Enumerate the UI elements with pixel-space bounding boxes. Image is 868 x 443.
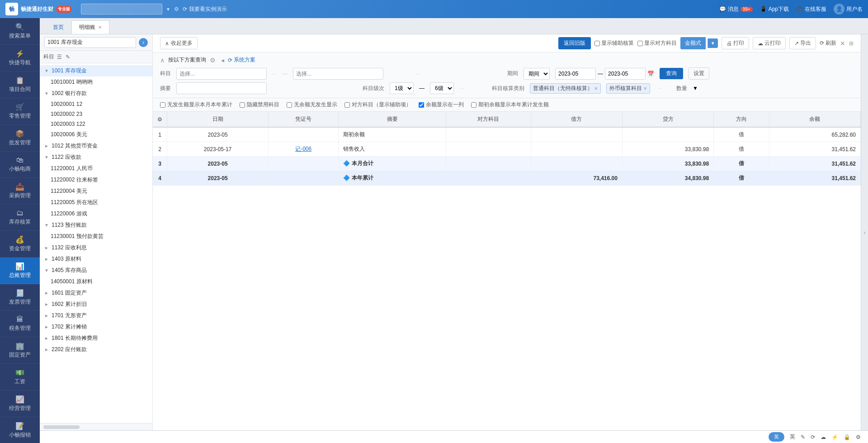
tree-item-1123[interactable]: ▼ 1123 预付账款 xyxy=(40,219,152,231)
tree-item-1701[interactable]: ► 1701 无形资产 xyxy=(40,310,152,321)
subject-input[interactable] xyxy=(176,68,267,80)
tab-ledger[interactable]: 明细账 ✕ xyxy=(71,20,109,34)
sidebar-item-quick-nav[interactable]: ⚡ 快捷导航 xyxy=(0,45,40,71)
print-button[interactable]: 🖨 打印 xyxy=(722,37,749,49)
bottom-action-3[interactable]: ☁ xyxy=(821,434,826,440)
user-profile[interactable]: 👤 用户名 xyxy=(834,4,863,14)
sidebar-item-assets[interactable]: 🏢 固定资产 xyxy=(0,337,40,364)
horizontal-scrollbar[interactable] xyxy=(43,425,80,429)
bottom-edit-icon[interactable]: 英 xyxy=(790,433,795,441)
account-selector[interactable]: 1001 库存现金 xyxy=(44,37,136,48)
period-end-input[interactable] xyxy=(605,68,646,80)
demo-link[interactable]: ⟳ 我要看实例演示 xyxy=(183,5,227,13)
sidebar-item-capital[interactable]: 💰 资金管理 xyxy=(0,231,40,257)
bottom-action-2[interactable]: ⟳ xyxy=(811,434,815,440)
sidebar-item-project[interactable]: 📋 项目合同 xyxy=(0,71,40,98)
sidebar-item-operations[interactable]: 📈 经营管理 xyxy=(0,391,40,417)
tab-home[interactable]: 首页 xyxy=(45,20,71,34)
tree-item-11220001[interactable]: 11220001 人民币 xyxy=(40,163,152,174)
tree-item-1601[interactable]: ► 1601 固定资产 xyxy=(40,287,152,299)
search-dropdown-icon[interactable]: ▼ xyxy=(166,7,170,12)
settings-button[interactable]: 设置 xyxy=(689,67,709,80)
bottom-action-4[interactable]: ⚡ xyxy=(831,434,838,440)
amount-mode-dropdown[interactable]: ▼ xyxy=(708,38,718,48)
sidebar-item-ledger[interactable]: 📊 总账管理 xyxy=(0,257,40,284)
tag-close-icon[interactable]: ✕ xyxy=(594,86,598,91)
tree-item-10020001[interactable]: 10020001 12 xyxy=(40,99,152,109)
tree-item-10020002[interactable]: 10020002 23 xyxy=(40,109,152,119)
tree-item-10020006[interactable]: 10020006 美元 xyxy=(40,129,152,140)
tree-item-11220005[interactable]: 11220005 所在地区 xyxy=(40,197,152,208)
tree-item-1602[interactable]: ► 1602 累计折旧 xyxy=(40,299,152,310)
level-start-select[interactable]: 1级 xyxy=(390,82,414,94)
settings-icon[interactable]: ⚙ xyxy=(174,6,179,12)
tree-item-11230001[interactable]: 11230001 预付款黄芸 xyxy=(40,231,152,242)
subject-end-input[interactable] xyxy=(293,68,383,80)
level-end-select[interactable]: 6级 xyxy=(430,82,454,94)
cloud-print-button[interactable]: ☁ 云打印 xyxy=(753,37,786,49)
tree-item-1002[interactable]: ▼ 1002 银行存款 xyxy=(40,88,152,99)
list-view-button[interactable]: ☰ xyxy=(56,53,63,61)
option-balance-one-col[interactable]: 余额显示在一列 xyxy=(419,101,464,109)
option-no-balance[interactable]: 无余额无发生显示 xyxy=(287,101,337,109)
tree-item-1012[interactable]: ► 1012 其他货币资金 xyxy=(40,140,152,152)
filter-collapse-arrow[interactable]: ◂ xyxy=(221,57,224,64)
lang-toggle-button[interactable]: 英 xyxy=(769,432,784,442)
option-opening-balance[interactable]: 期初余额显示本年累计发生额 xyxy=(471,101,549,109)
quantity-dropdown-icon[interactable]: ▼ xyxy=(693,85,698,91)
tree-item-1405[interactable]: ▼ 1405 库存商品 xyxy=(40,265,152,276)
bottom-action-5[interactable]: 🔒 xyxy=(844,434,850,440)
show-aux-checkbox[interactable]: 显示辅助核算 xyxy=(594,39,634,47)
bottom-action-1[interactable]: ✎ xyxy=(801,434,805,440)
sidebar-item-purchase[interactable]: 📥 采购管理 xyxy=(0,178,40,205)
tree-item-11220002[interactable]: 11220002 往来标签 xyxy=(40,174,152,186)
sidebar-item-invoice[interactable]: 🧾 发票管理 xyxy=(0,284,40,311)
tab-close-icon[interactable]: ✕ xyxy=(98,25,102,30)
sidebar-item-expense[interactable]: 📝 小畅报销 xyxy=(0,417,40,443)
sidebar-item-retail[interactable]: 🛒 零售管理 xyxy=(0,98,40,125)
messages-action[interactable]: 💬 消息 99+ xyxy=(719,5,753,13)
edit-button[interactable]: ✎ xyxy=(65,53,71,61)
tag-close-icon[interactable]: ✕ xyxy=(643,86,647,91)
col-gear[interactable]: ⚙ xyxy=(153,112,167,127)
tree-item-1001[interactable]: ▼ 1001 库存现金 xyxy=(40,65,152,76)
tree-item-1403[interactable]: ► 1403 原材料 xyxy=(40,253,152,265)
sidebar-item-tax[interactable]: 🏛 税务管理 xyxy=(0,311,40,337)
tree-item-10010001[interactable]: 10010001 哟哟哟 xyxy=(40,76,152,88)
return-old-button[interactable]: 返回旧版 xyxy=(558,37,591,49)
filter-setting-icon[interactable]: ⚙ xyxy=(210,57,216,64)
online-service-action[interactable]: 🎧 在线客服 xyxy=(796,5,826,13)
period-type-select[interactable]: 期间 xyxy=(524,68,550,80)
collapse-filter-button[interactable]: ∧ xyxy=(160,57,165,64)
sidebar-item-salary[interactable]: 💵 工资 xyxy=(0,364,40,391)
option-opposite-subject[interactable]: 对方科目（显示辅助项） xyxy=(344,101,411,109)
period-start-input[interactable] xyxy=(555,68,596,80)
export-button[interactable]: ↗ 导出 xyxy=(789,37,816,49)
tree-item-2202[interactable]: ► 2202 应付账款 xyxy=(40,344,152,355)
tree-item-1132[interactable]: ► 1132 应收利息 xyxy=(40,242,152,253)
bottom-action-6[interactable]: ⚙ xyxy=(856,434,861,440)
system-scheme-button[interactable]: ⟳ 系统方案 xyxy=(228,56,255,64)
app-download-action[interactable]: 📱 App下载 xyxy=(760,5,789,13)
show-opposite-checkbox[interactable]: 显示对方科目 xyxy=(637,39,677,47)
sidebar-item-inventory[interactable]: 🗂 库存核算 xyxy=(0,205,40,231)
row-voucher[interactable]: 记-006 xyxy=(269,142,339,157)
expand-more-button[interactable]: ∧ 收起更多 xyxy=(160,37,198,49)
option-no-amount[interactable]: 无发生额显示本月本年累计 xyxy=(160,101,232,109)
expand-sidebar-button[interactable]: ⊞ xyxy=(849,40,854,47)
nav-next-button[interactable]: › xyxy=(139,38,148,47)
sidebar-item-search[interactable]: 🔍 搜索菜单 xyxy=(0,18,40,45)
tree-item-1122[interactable]: ▼ 1122 应收款 xyxy=(40,152,152,163)
right-toggle[interactable]: › xyxy=(861,34,868,430)
sidebar-item-ecommerce[interactable]: 🛍 小畅电商 xyxy=(0,152,40,178)
tree-item-14050001[interactable]: 14050001 原材料 xyxy=(40,276,152,287)
query-button[interactable]: 查询 xyxy=(660,68,683,79)
tree-item-10020003[interactable]: 10020003 122 xyxy=(40,119,152,129)
calendar-icon[interactable]: 📅 xyxy=(647,71,654,77)
sidebar-item-wholesale[interactable]: 📦 批发管理 xyxy=(0,125,40,152)
option-hide-disabled[interactable]: 隐藏禁用科目 xyxy=(240,101,279,109)
tree-item-1801[interactable]: ► 1801 长期待摊费用 xyxy=(40,333,152,344)
tree-item-1702[interactable]: ► 1702 累计摊销 xyxy=(40,321,152,333)
close-panel-button[interactable]: ✕ xyxy=(840,40,845,47)
tree-item-11220006[interactable]: 11220006 游戏 xyxy=(40,208,152,219)
